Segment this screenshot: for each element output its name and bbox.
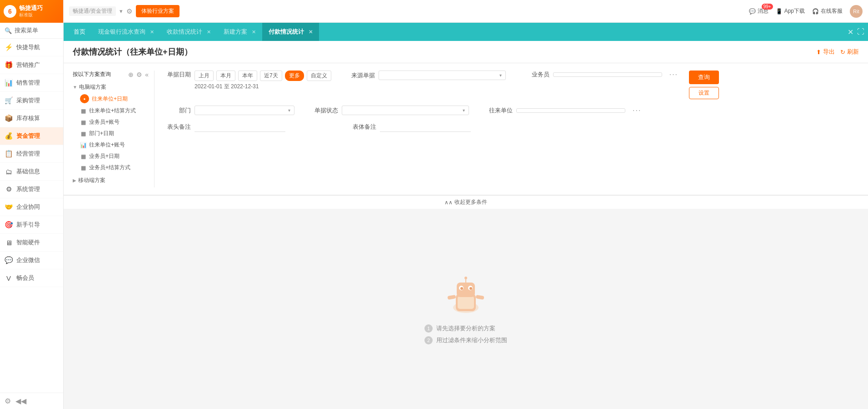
scheme-item[interactable]: ▦ 业务员+账号 [73,116,149,128]
tab-receivable[interactable]: 收款情况统计✕ [160,23,217,41]
breadcrumb-dropdown-icon[interactable]: ▾ [120,8,123,15]
counterparty-select[interactable] [516,108,625,113]
settings-button[interactable]: 设置 [689,87,719,99]
body-note-input[interactable] [380,121,471,132]
quick-nav-label: 快捷导航 [16,43,40,51]
page-actions: ⬆ 导出 ↻ 刷新 [816,48,859,56]
sidebar-item-wechat[interactable]: 💬 企业微信 [0,252,63,269]
export-icon: ⬆ [816,49,821,56]
brand-sub: 标准版 [19,12,43,18]
header-note-input[interactable] [195,121,285,132]
scheme-item[interactable]: ▦ 业务员+日期 [73,151,149,162]
scheme-item[interactable]: 📊 往来单位+账号 [73,139,149,151]
guide-icon: 🎯 [5,221,13,229]
sidebar-item-purchase[interactable]: 🛒 采购管理 [0,92,63,110]
sales-label: 销售管理 [16,79,40,87]
search-menu[interactable]: 🔍 搜索菜单 [0,23,63,39]
scheme-item-label: 业务员+账号 [89,118,120,126]
sidebar-item-enterprise[interactable]: 🤝 企业协同 [0,198,63,216]
sidebar-item-system[interactable]: ⚙ 系统管理 [0,181,63,198]
add-scheme-icon[interactable]: ⊕ [128,71,134,78]
scheme-category-desktop: ▼ 电脑端方案 ● 往来单位+日期 ▦ 往来单位+结算方式 ▦ 业务员+账号 ▦… [73,82,149,173]
empty-hint-1-text: 请先选择要分析的方案 [436,324,495,333]
gear-icon[interactable]: ⚙ [5,397,11,405]
empty-hints: 1 请先选择要分析的方案 2 用过滤条件来缩小分析范围 [424,324,507,344]
sidebar-item-operation[interactable]: 📋 经营管理 [0,145,63,163]
sidebar-item-guide[interactable]: 🎯 新手引导 [0,216,63,234]
online-service-button[interactable]: 🎧 在线客服 [812,7,843,15]
tab-bank-flow[interactable]: 现金银行流水查询✕ [92,23,160,41]
close-tab-icon[interactable]: ✕ [848,28,853,36]
member-label: 畅会员 [16,274,34,282]
scheme-item[interactable]: ● 往来单位+日期 [73,92,149,105]
tab-home[interactable]: 首页 [67,23,92,41]
last-7days-btn[interactable]: 近7天 [260,71,282,81]
system-icon: ⚙ [5,185,13,193]
scheme-item[interactable]: ▦ 业务员+结算方式 [73,162,149,173]
salesperson-select[interactable] [553,72,662,77]
sidebar-item-sales[interactable]: 📊 销售管理 [0,74,63,92]
scheme-item[interactable]: ▦ 部门+日期 [73,128,149,139]
member-icon: V [5,274,13,282]
refresh-button[interactable]: ↻ 刷新 [840,48,859,56]
tab-close-new-scheme[interactable]: ✕ [252,29,256,35]
last-month-btn[interactable]: 上月 [195,71,214,81]
message-button[interactable]: 💬 消息 99+ [749,7,768,15]
service-label: 在线客服 [821,7,843,15]
tab-label-receivable: 收款情况统计 [167,28,202,36]
tab-close-payment-stat[interactable]: ✕ [309,29,313,35]
query-button[interactable]: 查询 [689,71,719,84]
scheme-collapse-icon[interactable]: « [145,71,149,78]
doc-status-select[interactable]: ▾ [342,106,469,115]
basic-label: 基础信息 [16,167,40,176]
sales-icon: 📊 [5,79,13,87]
tabs-container: 首页现金银行流水查询✕收款情况统计✕新建方案✕付款情况统计✕ [67,23,319,41]
scheme-label: 按以下方案查询 [73,71,111,78]
expand-tab-icon[interactable]: ⛶ [857,28,864,36]
this-month-btn[interactable]: 本月 [216,71,235,81]
avatar[interactable]: Rit [850,5,863,18]
dept-select[interactable]: ▾ [195,106,294,115]
sidebar-item-hardware[interactable]: 🖥 智能硬件 [0,234,63,252]
topbar-gear-icon[interactable]: ⚙ [126,7,132,15]
tab-new-scheme[interactable]: 新建方案✕ [217,23,262,41]
mobile-category-header[interactable]: ▶ 移动端方案 [73,175,149,186]
sidebar-item-inventory[interactable]: 📦 库存核算 [0,110,63,127]
topbar-right: 💬 消息 99+ 📱 App下载 🎧 在线客服 Rit [749,5,863,18]
trial-button[interactable]: 体验行业方案 [136,5,180,17]
scheme-item[interactable]: ▦ 往来单位+结算方式 [73,105,149,116]
search-icon: 🔍 [5,27,12,34]
more-date-btn[interactable]: 更多 [285,71,304,81]
scheme-item-label: 往来单位+日期 [92,95,128,103]
wechat-icon: 💬 [5,256,13,264]
doc-status-select-arrow: ▾ [463,108,465,113]
salesperson-dots[interactable]: ··· [669,71,678,79]
source-select[interactable]: ▾ [379,71,506,80]
main-area: 畅捷通/资金管理 ▾ ⚙ 体验行业方案 💬 消息 99+ 📱 App下载 🎧 在… [64,0,868,409]
counterparty-dots[interactable]: ··· [633,106,641,115]
this-year-btn[interactable]: 本年 [238,71,257,81]
svg-rect-11 [476,295,484,300]
empty-hint-1: 1 请先选择要分析的方案 [424,324,507,333]
tab-close-bank-flow[interactable]: ✕ [150,29,154,35]
sidebar-item-capital[interactable]: 💰 资金管理 [0,127,63,145]
custom-date-btn[interactable]: 自定义 [307,71,331,81]
dept-label: 部门 [164,106,191,115]
tab-payment-stat[interactable]: 付款情况统计✕ [262,23,319,41]
sidebar-item-basic[interactable]: 🗂 基础信息 [0,163,63,181]
tab-close-receivable[interactable]: ✕ [207,29,211,35]
export-button[interactable]: ⬆ 导出 [816,48,835,56]
scheme-items-list: ● 往来单位+日期 ▦ 往来单位+结算方式 ▦ 业务员+账号 ▦ 部门+日期 📊… [73,92,149,173]
collapse-more-icon: ∧∧ [444,199,453,206]
sidebar-item-quick-nav[interactable]: ⚡ 快捷导航 [0,39,63,56]
counterparty-filter: 往来单位 ··· [485,106,641,115]
scheme-settings-icon[interactable]: ⚙ [136,71,142,78]
collapse-sidebar-icon[interactable]: ◀◀ [15,397,26,405]
empty-hint-2: 2 用过滤条件来缩小分析范围 [424,336,507,344]
collapse-more-bar[interactable]: ∧∧ 收起更多条件 [64,195,868,209]
header-note-filter: 表头备注 [164,121,285,132]
desktop-category-header[interactable]: ▼ 电脑端方案 [73,82,149,92]
sidebar-item-member[interactable]: V 畅会员 [0,269,63,287]
app-download-button[interactable]: 📱 App下载 [776,7,805,15]
sidebar-item-marketing[interactable]: 🎁 营销推广 [0,56,63,74]
